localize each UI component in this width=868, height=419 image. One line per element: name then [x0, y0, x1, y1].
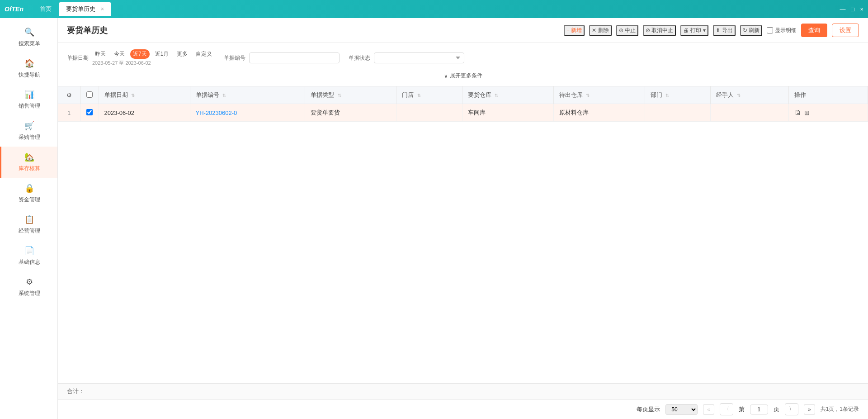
row-pending-warehouse: 原材料仓库: [553, 104, 645, 122]
filter-row: 单据日期 昨天 今天 近7天 近1月 更多 自定义 2023-05-27 至 2…: [67, 49, 859, 67]
date-opt-more[interactable]: 更多: [174, 49, 190, 59]
page-prefix: 第: [739, 405, 745, 414]
status-filter-group: 单据状态: [349, 52, 464, 63]
expand-down-icon: ∨: [444, 73, 448, 79]
docno-filter-group: 单据编号: [224, 52, 340, 63]
summary-label: 合计：: [67, 387, 85, 395]
refresh-button[interactable]: ↻ 刷新: [740, 25, 762, 36]
stop-button[interactable]: ⊘ 中止: [616, 25, 638, 36]
window-maximize-btn[interactable]: □: [851, 6, 855, 13]
date-opt-last1month[interactable]: 近1月: [152, 49, 172, 59]
docno-filter-input[interactable]: [249, 52, 340, 63]
col-store[interactable]: 门店 ⇅: [396, 86, 462, 104]
sort-icon: ⇅: [586, 93, 590, 98]
action-icons: 🖺 ⊞: [794, 109, 862, 116]
sidebar: 🔍 搜索菜单 🏠 快捷导航 📊 销售管理 🛒 采购管理 🏡 库存核算 🔒 资金管…: [0, 18, 58, 419]
show-detail-toggle[interactable]: 显示明细: [767, 27, 797, 34]
lock-icon: 🔒: [24, 183, 34, 193]
col-pending-warehouse[interactable]: 待出仓库 ⇅: [553, 86, 645, 104]
delete-button[interactable]: ✕ 删除: [589, 25, 611, 36]
settings-button[interactable]: 设置: [832, 24, 859, 37]
print-dropdown-icon[interactable]: ▾: [703, 27, 706, 33]
sidebar-item-purchase-mgmt[interactable]: 🛒 采购管理: [0, 115, 57, 147]
next-page-btn[interactable]: 〉: [785, 403, 798, 415]
search-icon: 🔍: [24, 27, 34, 37]
date-opt-today[interactable]: 今天: [111, 49, 127, 59]
copy-action-icon[interactable]: ⊞: [804, 109, 810, 116]
window-close-btn[interactable]: ×: [860, 6, 863, 13]
tab-home[interactable]: 首页: [33, 2, 59, 16]
print-icon: 🖨: [683, 27, 689, 33]
row-dept: [645, 104, 710, 122]
row-doc-date: 2023-06-02: [99, 104, 190, 122]
expand-more-btn[interactable]: ∨ 展开更多条件: [67, 70, 859, 81]
select-all-checkbox[interactable]: [86, 91, 93, 98]
new-button[interactable]: + 新增: [564, 25, 585, 36]
sidebar-item-basic-info[interactable]: 📄 基础信息: [0, 240, 57, 271]
page-size-label: 每页显示: [637, 405, 660, 414]
print-button[interactable]: 🖨 打印 ▾: [680, 25, 708, 36]
tab-requisition-history[interactable]: 要货单历史 ×: [59, 2, 111, 16]
docno-filter-label: 单据编号: [224, 54, 245, 62]
sidebar-item-sys-mgmt[interactable]: ⚙ 系统管理: [0, 271, 57, 303]
col-doc-type[interactable]: 单据类型 ⇅: [305, 86, 396, 104]
sidebar-item-finance-mgmt[interactable]: 🔒 资金管理: [0, 178, 57, 209]
last-page-btn[interactable]: »: [804, 404, 815, 415]
sidebar-item-label: 系统管理: [19, 290, 40, 297]
row-num: 1: [67, 110, 71, 116]
first-page-btn[interactable]: «: [703, 404, 714, 415]
sidebar-item-label: 库存核算: [19, 165, 40, 172]
pagination-bar: 每页显示 50 20 100 « 〈 第 页 〉 » 共1页，1条记录: [58, 399, 868, 419]
col-req-warehouse[interactable]: 要货仓库 ⇅: [462, 86, 553, 104]
print-label: 打印: [690, 27, 701, 34]
date-opt-last7days[interactable]: 近7天: [130, 49, 150, 59]
checkbox-col: [80, 86, 99, 104]
table-row: 1 2023-06-02 YH-20230602-0 要货单要货 车间库 原材料…: [58, 104, 868, 122]
chart-icon: 📊: [24, 90, 34, 100]
query-button[interactable]: 查询: [801, 24, 827, 37]
date-filter-group: 单据日期 昨天 今天 近7天 近1月 更多 自定义 2023-05-27 至 2…: [67, 49, 215, 67]
date-options-col: 昨天 今天 近7天 近1月 更多 自定义 2023-05-27 至 2023-0…: [92, 49, 215, 67]
table-settings-col[interactable]: ⚙: [58, 86, 80, 104]
window-minimize-btn[interactable]: —: [840, 6, 846, 13]
sidebar-item-label: 经营管理: [19, 227, 40, 235]
tab-close-icon[interactable]: ×: [101, 6, 104, 12]
col-handler[interactable]: 经手人 ⇅: [710, 86, 789, 104]
sidebar-item-inventory[interactable]: 🏡 库存核算: [0, 147, 57, 178]
gear-icon: ⚙: [26, 277, 33, 287]
row-checkbox-cell: [80, 104, 99, 122]
doc-no-link[interactable]: YH-20230602-0: [196, 110, 237, 116]
cart-icon: 🛒: [24, 121, 34, 131]
sidebar-item-ops-mgmt[interactable]: 📋 经营管理: [0, 209, 57, 240]
doc-icon: 📄: [24, 246, 34, 256]
page-size-select[interactable]: 50 20 100: [665, 404, 698, 415]
status-filter-select[interactable]: [374, 52, 464, 63]
row-doc-type: 要货单要货: [305, 104, 396, 122]
col-doc-date[interactable]: 单据日期 ⇅: [99, 86, 190, 104]
sidebar-item-search-menu[interactable]: 🔍 搜索菜单: [0, 22, 57, 53]
prev-page-btn[interactable]: 〈: [720, 403, 733, 415]
row-checkbox[interactable]: [86, 109, 93, 115]
cancel-stop-button[interactable]: ⊘ 取消中止: [643, 25, 676, 36]
date-filter-label: 单据日期: [67, 54, 89, 62]
date-opt-custom[interactable]: 自定义: [193, 49, 215, 59]
expand-more-label: 展开更多条件: [450, 72, 482, 80]
sort-icon: ⇅: [665, 93, 669, 98]
page-info: 共1页，1条记录: [821, 405, 859, 413]
sidebar-item-sales-mgmt[interactable]: 📊 销售管理: [0, 84, 57, 115]
col-dept[interactable]: 部门 ⇅: [645, 86, 710, 104]
page-suffix: 页: [774, 405, 779, 414]
show-detail-checkbox[interactable]: [767, 27, 773, 33]
sort-icon: ⇅: [417, 93, 421, 98]
page-number-input[interactable]: [750, 405, 768, 414]
tab-bar: 首页 要货单历史 ×: [33, 2, 840, 16]
sidebar-item-quick-nav[interactable]: 🏠 快捷导航: [0, 53, 57, 84]
data-table: ⚙ 单据日期 ⇅ 单据编号 ⇅ 单据类型: [58, 86, 868, 122]
sort-icon: ⇅: [222, 93, 226, 98]
row-actions: 🖺 ⊞: [789, 104, 868, 122]
col-doc-no[interactable]: 单据编号 ⇅: [190, 86, 305, 104]
status-filter-label: 单据状态: [349, 54, 370, 62]
export-button[interactable]: ⬆ 导出: [713, 25, 735, 36]
view-action-icon[interactable]: 🖺: [794, 109, 801, 116]
date-opt-yesterday[interactable]: 昨天: [92, 49, 108, 59]
